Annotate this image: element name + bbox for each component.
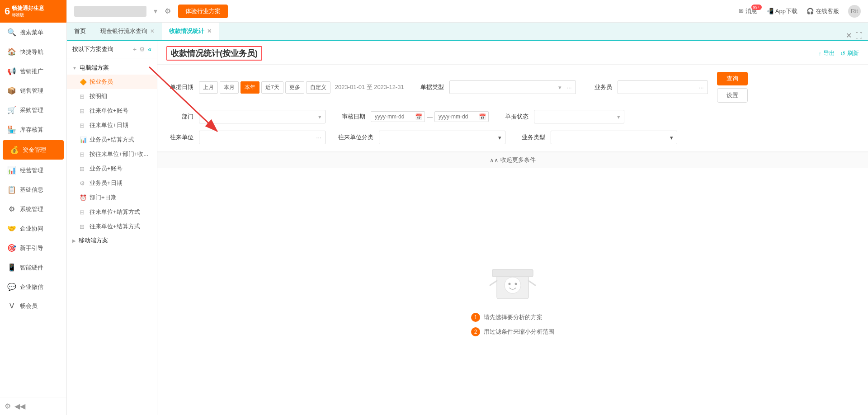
scheme-add-icon[interactable]: + — [133, 46, 137, 53]
filter-row-3: 往来单位 ··· 往来单位分类 ▾ 业务类型 ▾ — [166, 131, 859, 144]
review-date-start-input[interactable] — [371, 111, 425, 122]
svg-line-5 — [490, 281, 497, 285]
topbar-dropdown-icon[interactable]: ▾ — [154, 7, 157, 15]
messages-icon[interactable]: ✉ 消息 99+ — [739, 7, 757, 15]
user-avatar[interactable]: Rit — [848, 5, 861, 18]
sidebar-item-marketing[interactable]: 📢 营销推广 — [0, 61, 66, 81]
empty-svg — [483, 247, 542, 306]
tab-receipt-stats-close-icon[interactable]: ✕ — [207, 28, 212, 34]
date-btn-custom[interactable]: 自定义 — [306, 81, 330, 94]
sidebar-item-wechat[interactable]: 💬 企业微信 — [0, 277, 66, 297]
dept-select[interactable]: ▾ — [199, 110, 326, 123]
service-link[interactable]: 🎧 在线客服 — [807, 7, 839, 15]
receipt-status-select[interactable]: ▾ — [534, 110, 624, 123]
tab-bank-flow-label: 现金银行流水查询 — [100, 27, 147, 35]
trial-btn[interactable]: 体验行业方案 — [178, 5, 228, 18]
scheme-group-desktop: ▼ 电脑端方案 🔶 按业务员 ⊞ 按明细 ⊞ 往来单位+账号 — [67, 61, 157, 234]
empty-illustration — [483, 247, 542, 306]
sidebar-item-vip[interactable]: V 畅会员 — [0, 297, 66, 316]
unit-select[interactable]: ··· — [199, 131, 326, 144]
sidebar-item-hardware[interactable]: 📱 智能硬件 — [0, 258, 66, 277]
page-title-actions: ↑ 导出 ↺ 刷新 — [819, 49, 859, 57]
app-download-label: App下载 — [775, 7, 797, 15]
sidebar-item-purchase[interactable]: 🛒 采购管理 — [0, 100, 66, 120]
unit-payment2-icon: ⊞ — [80, 223, 87, 230]
sidebar-item-enterprise[interactable]: 🤝 企业协同 — [0, 219, 66, 238]
scheme-item-unit-payment1[interactable]: ⊞ 往来单位+结算方式 — [67, 205, 157, 219]
message-bell-icon: ✉ — [739, 8, 744, 14]
query-btn[interactable]: 查询 — [717, 72, 748, 85]
scheme-item-salesperson-payment[interactable]: 📊 业务员+结算方式 — [67, 132, 157, 147]
date-range-start: 2023-01-01 — [335, 84, 365, 90]
review-date-start-wrapper: 📅 — [371, 111, 425, 122]
receipt-type-dots[interactable]: ··· — [567, 84, 572, 91]
collapse-bar[interactable]: ∧∧ 收起更多条件 — [157, 152, 868, 168]
review-date-end-input[interactable] — [434, 111, 489, 122]
sidebar-settings-icon[interactable]: ⚙ — [5, 402, 11, 410]
export-btn[interactable]: ↑ 导出 — [819, 49, 835, 57]
scheme-item-by-detail[interactable]: ⊞ 按明细 — [67, 89, 157, 104]
sidebar-item-basic[interactable]: 📋 基础信息 — [0, 180, 66, 199]
by-salesperson-label: 按业务员 — [90, 78, 113, 86]
scheme-collapse-icon[interactable]: « — [148, 46, 151, 53]
export-icon: ↑ — [819, 50, 822, 57]
receipt-type-select[interactable]: ▾ ··· — [449, 80, 576, 94]
salesperson-dots[interactable]: ··· — [699, 84, 704, 91]
scheme-item-dept-date[interactable]: ⏰ 部门+日期 — [67, 190, 157, 205]
scheme-item-salesperson-date[interactable]: ⚙ 业务员+日期 — [67, 176, 157, 190]
sidebar-item-label: 畅会员 — [20, 302, 38, 310]
capital-icon: 💰 — [10, 146, 19, 154]
review-date-label: 审核日期 — [338, 113, 365, 121]
sidebar-item-operation[interactable]: 📊 经营管理 — [0, 160, 66, 180]
scheme-group-desktop-title[interactable]: ▼ 电脑端方案 — [67, 61, 157, 75]
tab-receipt-stats[interactable]: 收款情况统计 ✕ — [162, 23, 219, 41]
scheme-item-by-salesperson[interactable]: 🔶 按业务员 — [67, 75, 157, 89]
sidebar-collapse-icon[interactable]: ◀◀ — [14, 402, 25, 410]
topbar-settings-icon[interactable]: ⚙ — [165, 7, 171, 15]
scheme-item-unit-dept-receipt[interactable]: ⊞ 按往来单位+部门+收... — [67, 147, 157, 161]
sidebar-item-capital[interactable]: 💰 资金管理 — [3, 140, 64, 160]
scheme-settings-icon[interactable]: ⚙ — [139, 46, 145, 53]
sidebar-item-inventory[interactable]: 🏪 库存核算 — [0, 120, 66, 139]
dept-date-label: 部门+日期 — [90, 193, 117, 202]
sidebar-item-quick-nav[interactable]: 🏠 快捷导航 — [0, 42, 66, 61]
tab-bank-flow[interactable]: 现金银行流水查询 ✕ — [93, 23, 162, 41]
salesperson-select[interactable]: ··· — [618, 80, 708, 94]
date-btn-this-year[interactable]: 本年 — [241, 81, 259, 94]
scheme-item-unit-account[interactable]: ⊞ 往来单位+账号 — [67, 104, 157, 118]
sidebar-item-label: 库存核算 — [20, 126, 43, 134]
scheme-item-salesperson-account[interactable]: ⊞ 业务员+账号 — [67, 161, 157, 176]
svg-line-6 — [528, 281, 535, 285]
date-btn-7days[interactable]: 近7天 — [261, 81, 283, 94]
unit-dots[interactable]: ··· — [316, 134, 321, 141]
refresh-btn[interactable]: ↺ 刷新 — [840, 49, 859, 57]
scheme-item-unit-payment2[interactable]: ⊞ 往来单位+结算方式 — [67, 219, 157, 234]
sidebar-item-label: 企业微信 — [20, 283, 43, 291]
tip-item-2: 2 用过滤条件来缩小分析范围 — [471, 327, 554, 336]
sidebar-item-guide[interactable]: 🎯 新手引导 — [0, 238, 66, 258]
tab-bank-flow-close-icon[interactable]: ✕ — [150, 28, 155, 34]
vip-icon: V — [7, 302, 16, 310]
date-btn-this-month[interactable]: 本月 — [220, 81, 239, 94]
sidebar-item-sales[interactable]: 📦 销售管理 — [0, 81, 66, 100]
biz-type-select[interactable]: ▾ — [551, 131, 677, 144]
date-btn-more[interactable]: 更多 — [285, 81, 304, 94]
date-btn-last-month[interactable]: 上月 — [199, 81, 218, 94]
sidebar-item-system[interactable]: ⚙ 系统管理 — [0, 199, 66, 219]
salesperson-payment-label: 业务员+结算方式 — [90, 136, 134, 144]
scheme-group-mobile-title[interactable]: ▶ 移动端方案 — [67, 234, 157, 247]
sidebar-item-search-menu[interactable]: 🔍 搜索菜单 — [0, 23, 66, 42]
messages-badge: 99+ — [751, 5, 762, 10]
unit-account-icon: ⊞ — [80, 108, 87, 114]
dept-arrow-icon: ▾ — [318, 113, 321, 120]
unit-category-select[interactable]: ▾ — [379, 131, 505, 144]
tab-home[interactable]: 首页 — [67, 23, 93, 41]
by-detail-label: 按明细 — [90, 92, 107, 100]
scheme-item-unit-date[interactable]: ⊞ 往来单位+日期 — [67, 118, 157, 132]
tab-maximize-icon[interactable]: ⛶ — [855, 32, 863, 40]
set-btn[interactable]: 设置 — [717, 88, 748, 103]
tab-close-all-icon[interactable]: ✕ — [846, 31, 852, 40]
action-btns: 查询 设置 — [717, 72, 748, 103]
app-download-link[interactable]: 📲 App下载 — [766, 7, 797, 15]
sidebar: 6 畅捷通好生意 标准版 🔍 搜索菜单 🏠 快捷导航 📢 营销推广 📦 销售管理… — [0, 0, 67, 415]
